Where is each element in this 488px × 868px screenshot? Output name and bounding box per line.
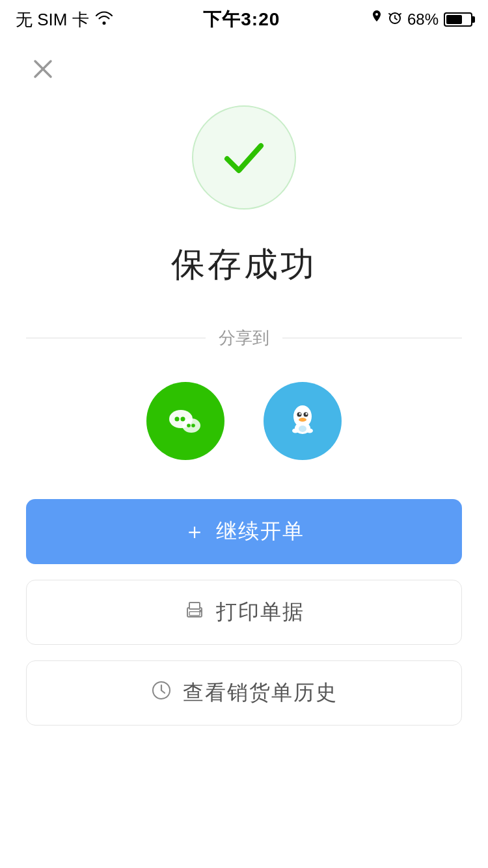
share-section: 分享到 [26,327,462,460]
svg-point-5 [181,417,185,422]
svg-point-16 [299,418,306,422]
divider-right [282,338,462,338]
status-carrier: 无 SIM 卡 [16,8,113,31]
printer-icon [183,599,206,626]
carrier-text: 无 SIM 卡 [16,8,89,31]
continue-button[interactable]: ＋ 继续开单 [26,499,462,564]
svg-rect-23 [189,612,200,616]
svg-point-19 [306,429,313,433]
qq-share-button[interactable] [264,382,342,460]
divider-left [26,338,206,338]
plus-icon: ＋ [183,517,206,547]
svg-rect-22 [189,603,200,609]
battery-icon [444,12,472,27]
continue-label: 继续开单 [216,517,305,546]
success-icon-circle [192,105,296,210]
share-icons-row [26,382,462,460]
clock-icon [150,679,172,707]
svg-point-20 [299,426,306,432]
svg-point-7 [187,424,191,427]
close-button-container [26,39,462,105]
print-button[interactable]: 打印单据 [26,580,462,645]
wechat-share-button[interactable] [146,382,224,460]
main-content: 保存成功 分享到 [0,39,488,868]
location-icon [371,10,383,29]
svg-point-18 [292,429,299,433]
success-title: 保存成功 [171,242,317,288]
svg-point-15 [306,413,308,415]
svg-point-14 [299,413,301,415]
share-label: 分享到 [219,327,269,349]
action-buttons: ＋ 继续开单 打印单据 查看销货单历史 [26,499,462,726]
svg-point-24 [199,610,202,612]
svg-point-8 [191,424,195,427]
history-label: 查看销货单历史 [183,679,338,707]
close-button[interactable] [26,52,60,86]
svg-point-4 [175,417,180,422]
alarm-icon [388,10,402,29]
status-bar: 无 SIM 卡 下午3:20 68% [0,0,488,39]
status-time: 下午3:20 [203,7,280,32]
print-label: 打印单据 [216,598,305,627]
history-button[interactable]: 查看销货单历史 [26,660,462,726]
share-divider: 分享到 [26,327,462,349]
wifi-icon [96,10,113,29]
battery-percentage: 68% [407,10,439,29]
status-icons: 68% [371,10,472,29]
svg-point-6 [182,418,200,433]
